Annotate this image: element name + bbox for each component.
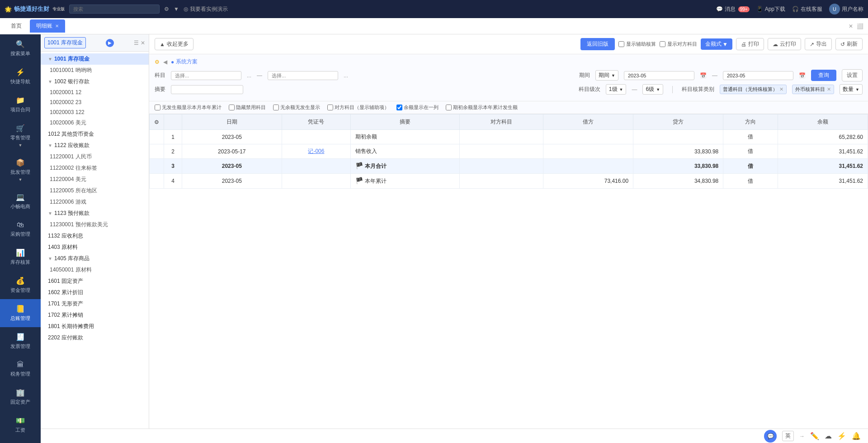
tree-item-11220002[interactable]: 11220002 往来标签	[41, 162, 149, 174]
cloud-print-btn[interactable]: ☁ 云打印	[768, 38, 801, 50]
expand-account-btn[interactable]: ▶	[106, 39, 114, 47]
cloud-icon[interactable]: ☁	[825, 432, 832, 440]
bell-icon[interactable]: 🔔	[852, 432, 861, 440]
refresh-btn[interactable]: ↺ 刷新	[835, 38, 863, 50]
panel-list-icon[interactable]: ☰	[134, 40, 139, 46]
tab-ledger[interactable]: 明细账 ✕	[30, 19, 65, 33]
tree-item-11220006[interactable]: 11220006 游戏	[41, 196, 149, 208]
online-service-btn[interactable]: 🎧 在线客服	[792, 5, 822, 13]
scheme-label[interactable]: 系统方案	[176, 58, 198, 66]
query-btn[interactable]: 查询	[811, 70, 836, 81]
tree-item-14050001[interactable]: 14050001 原材料	[41, 264, 149, 276]
tree-item-10020002[interactable]: 10020002 23	[41, 97, 149, 107]
settings-btn[interactable]: 设置	[842, 69, 863, 81]
sidebar-item-operations[interactable]: 📈 经营管理	[0, 439, 41, 443]
tree-item-1601[interactable]: 1601 固定资产	[41, 276, 149, 287]
sidebar-item-inventory[interactable]: 📊 库存核算	[0, 243, 41, 271]
opt-hide-disabled-input[interactable]	[229, 105, 235, 110]
tree-item-10010001[interactable]: 10010001 哟哟哟	[41, 65, 149, 76]
tree-item-11220004[interactable]: 11220004 美元	[41, 174, 149, 185]
level-from-select[interactable]: 1级 ▼	[606, 84, 627, 95]
sidebar-item-salary[interactable]: 💵 工资	[0, 411, 41, 439]
tree-item-1122[interactable]: ▼ 1122 应收账款	[41, 140, 149, 151]
period-type-select[interactable]: 期间 ▼	[595, 70, 618, 81]
app-download-btn[interactable]: 📱 App下载	[756, 5, 785, 13]
tab-home[interactable]: 首页	[5, 19, 28, 33]
tree-item-10020006[interactable]: 10020006 美元	[41, 117, 149, 129]
tag-normal[interactable]: 普通科目（无特殊核算） ✕	[720, 85, 787, 94]
user-area[interactable]: U 用户名称	[829, 4, 863, 14]
tree-item-1012[interactable]: 1012 其他货币资金	[41, 129, 149, 140]
tree-item-1123[interactable]: ▼ 1123 预付账款	[41, 208, 149, 219]
search-input[interactable]	[69, 5, 160, 14]
tab-close-icon[interactable]: ✕	[55, 24, 59, 29]
format-select-btn[interactable]: 金额式 ▼	[701, 38, 732, 50]
sidebar-item-search[interactable]: 🔍 搜索菜单	[0, 34, 41, 62]
opt-opening-year-input[interactable]	[446, 105, 452, 110]
sidebar-item-accounting[interactable]: 📒 总账管理	[0, 299, 41, 327]
tree-item-11230001[interactable]: 11230001 预付账款美元	[41, 219, 149, 230]
quantity-select[interactable]: 数量 ▼	[840, 84, 863, 95]
export-btn[interactable]: ↗ 导出	[805, 38, 832, 50]
dropdown-icon[interactable]: ▼	[174, 6, 179, 12]
tree-item-1602[interactable]: 1602 累计折旧	[41, 287, 149, 298]
sidebar-item-assets[interactable]: 🏢 固定资产	[0, 383, 41, 411]
tag-foreign[interactable]: 外币核算科目 ✕	[792, 85, 834, 94]
voucher-link[interactable]: 记-006	[308, 148, 324, 154]
period-calendar-icon[interactable]: 📅	[700, 72, 707, 79]
sidebar-item-purchase[interactable]: 🛍 采购管理	[0, 215, 41, 243]
scheme-settings-btn[interactable]: ⚙	[155, 59, 160, 65]
col-settings[interactable]: ⚙	[150, 114, 164, 130]
edit-icon[interactable]: ✏️	[810, 432, 819, 440]
show-counter-input[interactable]	[660, 41, 665, 47]
tree-item-1002[interactable]: ▼ 1002 银行存款	[41, 76, 149, 87]
demo-link[interactable]: ◎ 我要看实例演示	[184, 5, 228, 13]
tree-item-1701[interactable]: 1701 无形资产	[41, 298, 149, 310]
tag-foreign-remove[interactable]: ✕	[827, 86, 831, 92]
sidebar-item-wholesale[interactable]: 📦 批发管理 ▼	[0, 153, 41, 187]
return-old-btn[interactable]: 返回旧版	[580, 38, 615, 50]
print-btn[interactable]: 🖨 打印	[736, 38, 764, 50]
tree-item-1405[interactable]: ▼ 1405 库存商品	[41, 253, 149, 264]
tree-item-10020001[interactable]: 10020001 12	[41, 87, 149, 97]
sidebar-item-quicknav[interactable]: ⚡ 快捷导航	[0, 62, 41, 91]
show-aux-input[interactable]	[618, 41, 624, 47]
tag-normal-remove[interactable]: ✕	[779, 86, 783, 92]
maximize-icon[interactable]: ⬜	[857, 23, 863, 29]
period-to-input[interactable]	[723, 71, 793, 80]
opt-counter-subject-input[interactable]	[327, 105, 333, 110]
filter-collapse-icon[interactable]: ◀	[163, 59, 167, 65]
lightning-icon[interactable]: ⚡	[837, 432, 846, 440]
opt-balance-one-col-input[interactable]	[396, 105, 402, 110]
summary-input[interactable]	[171, 85, 243, 94]
tree-item-1801[interactable]: 1801 长期待摊费用	[41, 321, 149, 332]
tree-item-1403[interactable]: 1403 原材料	[41, 242, 149, 253]
panel-close-icon[interactable]: ✕	[141, 40, 145, 46]
sidebar-item-ecommerce[interactable]: 💻 小畅电商	[0, 187, 41, 215]
period-from-input[interactable]	[624, 71, 694, 80]
subject-input2[interactable]	[268, 71, 338, 80]
message-btn[interactable]: 💬 消息 99+	[716, 5, 750, 13]
sidebar-item-project[interactable]: 📁 项目合同	[0, 91, 41, 119]
sidebar-item-invoice[interactable]: 🧾 发票管理	[0, 327, 41, 355]
close-window-icon[interactable]: ✕	[849, 23, 853, 29]
tree-item-1132[interactable]: 1132 应收利息	[41, 230, 149, 242]
opt-no-balance-input[interactable]	[273, 105, 279, 110]
subject-input[interactable]	[171, 71, 241, 80]
cell-voucher[interactable]: 记-006	[282, 144, 351, 159]
lang-switch-btn[interactable]: 英	[782, 431, 794, 441]
chat-icon-btn[interactable]: 💬	[764, 430, 777, 443]
tree-item-1702[interactable]: 1702 累计摊销	[41, 310, 149, 321]
sidebar-item-tax[interactable]: 🏛 税务管理	[0, 355, 41, 383]
level-to-select[interactable]: 6级 ▼	[642, 84, 663, 95]
settings-icon[interactable]: ⚙	[164, 6, 169, 12]
tree-item-11220005[interactable]: 11220005 所在地区	[41, 185, 149, 196]
tree-item-1001[interactable]: ▼ 1001 库存现金	[41, 53, 149, 65]
opt-no-amount-input[interactable]	[155, 105, 160, 110]
more-filters-btn[interactable]: ▲ 收起更多	[155, 38, 193, 50]
tree-item-11220001[interactable]: 11220001 人民币	[41, 151, 149, 162]
tree-item-2202[interactable]: 2202 应付账款	[41, 332, 149, 343]
sidebar-item-capital[interactable]: 💰 资金管理	[0, 271, 41, 299]
selected-account[interactable]: 1001 库存现金	[44, 37, 86, 48]
sidebar-item-retail[interactable]: 🛒 零售管理 ▼	[0, 119, 41, 153]
